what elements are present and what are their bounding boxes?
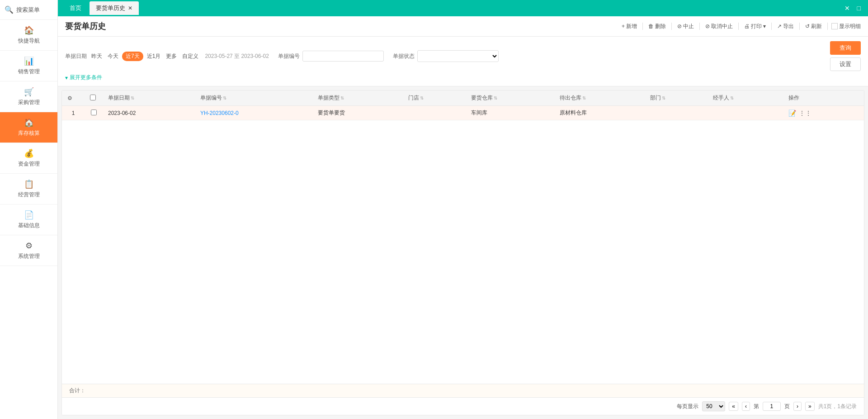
sidebar-item-system[interactable]: ⚙ 系统管理 (0, 235, 57, 266)
sidebar-item-label: 系统管理 (18, 252, 40, 260)
first-page-btn[interactable]: « (729, 402, 738, 411)
row-more-icon[interactable]: ⋮⋮ (799, 110, 811, 117)
tab-close-icon[interactable]: ✕ (128, 5, 132, 11)
next-page-btn[interactable]: › (793, 402, 802, 411)
expand-more-btn[interactable]: ▾ 展开更多条件 (65, 74, 861, 81)
sidebar-search[interactable]: 🔍 搜索菜单 (0, 0, 57, 20)
row-number-link[interactable]: YH-20230602-0 (200, 110, 239, 116)
type-sort-icon[interactable]: ⇅ (340, 95, 344, 100)
doc-status-select[interactable] (417, 50, 499, 62)
last-page-btn[interactable]: » (805, 402, 815, 411)
date-yesterday-btn[interactable]: 昨天 (90, 52, 104, 61)
page-content: 要货单历史 + 新增 🗑 删除 ⊘ 中止 ⊘ (58, 16, 868, 419)
row-date-cell: 2023-06-02 (103, 106, 195, 120)
cancel-stop-button[interactable]: ⊘ 取消中止 (703, 22, 735, 31)
row-department-cell (645, 106, 708, 120)
sidebar-item-operations[interactable]: 📋 经营管理 (0, 174, 57, 205)
sidebar-item-label: 库存核算 (18, 129, 40, 137)
print-icon: 🖨 (744, 23, 750, 29)
ops-col-header: 操作 (783, 90, 864, 106)
delete-button[interactable]: 🗑 删除 (646, 22, 668, 31)
sidebar-item-label: 经营管理 (18, 191, 40, 199)
basic-icon: 📄 (24, 210, 34, 220)
tab-home[interactable]: 首页 (63, 1, 88, 15)
date-shortcuts: 昨天 今天 近7天 近1月 更多 自定义 (90, 52, 200, 61)
req-warehouse-col-header: 要货仓库⇅ (466, 90, 554, 106)
new-icon: + (622, 23, 625, 29)
row-checkbox[interactable] (91, 110, 97, 115)
store-col-header: 门店⇅ (403, 90, 466, 106)
settings-col-header[interactable]: ⚙ (62, 90, 85, 106)
display-detail-button[interactable]: 显示明细 (831, 23, 861, 30)
row-type-cell: 要货单要货 (312, 106, 403, 120)
date-custom-btn[interactable]: 自定义 (180, 52, 200, 61)
new-button[interactable]: + 新增 (620, 22, 639, 31)
export-button[interactable]: ↗ 导出 (775, 22, 796, 31)
pending-warehouse-sort-icon[interactable]: ⇅ (582, 95, 586, 100)
row-checkbox-cell (85, 106, 103, 120)
doc-number-label: 单据编号 (278, 52, 300, 60)
req-warehouse-sort-icon[interactable]: ⇅ (494, 95, 497, 100)
divider6 (799, 23, 800, 30)
doc-number-input[interactable] (302, 51, 384, 62)
page-number-input[interactable] (763, 402, 781, 411)
date-today-btn[interactable]: 今天 (106, 52, 120, 61)
sidebar-item-inventory[interactable]: 🏠 库存核算 (0, 112, 57, 143)
handler-sort-icon[interactable]: ⇅ (730, 95, 734, 100)
print-button[interactable]: 🖨 打印 ▾ (742, 22, 768, 31)
cancel-stop-icon: ⊘ (705, 23, 710, 29)
filter-actions: 查询 设置 (830, 41, 861, 71)
type-col-header: 单据类型⇅ (312, 90, 403, 106)
header-actions: + 新增 🗑 删除 ⊘ 中止 ⊘ 取消中止 (620, 22, 861, 31)
page-label: 第 (754, 403, 759, 410)
date-last1month-btn[interactable]: 近1月 (145, 52, 163, 61)
pending-warehouse-col-header: 待出仓库⇅ (554, 90, 645, 106)
filter-bar: 单据日期 昨天 今天 近7天 近1月 更多 自定义 2023-05-27 至 2… (58, 37, 868, 86)
sidebar-item-finance[interactable]: 💰 资金管理 (0, 143, 57, 174)
tab-requisition-history[interactable]: 要货单历史 ✕ (90, 1, 139, 15)
sidebar-item-basic[interactable]: 📄 基础信息 (0, 205, 57, 235)
data-table: ⚙ 单据日期⇅ 单据编号⇅ 单据类型⇅ (62, 90, 864, 120)
handler-col-header: 经手人⇅ (708, 90, 783, 106)
print-label: 打印 (751, 23, 762, 30)
window-maximize-icon[interactable]: □ (855, 4, 863, 13)
tab-home-label: 首页 (70, 4, 81, 12)
row-ops-cell: 📝 ⋮⋮ (783, 106, 864, 120)
row-pending-warehouse-cell: 原材料仓库 (554, 106, 645, 120)
delete-icon: 🗑 (648, 23, 654, 29)
page-size-select[interactable]: 50 20 100 (702, 401, 725, 411)
display-detail-checkbox[interactable] (831, 23, 838, 29)
new-label: 新增 (626, 23, 637, 30)
prev-page-btn[interactable]: ‹ (742, 402, 750, 411)
sidebar-item-quick-nav[interactable]: 🏠 快捷导航 (0, 20, 57, 51)
checkbox-col-header (85, 90, 103, 106)
sidebar-item-label: 资金管理 (18, 160, 40, 168)
refresh-label: 刷新 (811, 23, 822, 30)
store-sort-icon[interactable]: ⇅ (420, 95, 424, 100)
date-sort-icon[interactable]: ⇅ (131, 95, 134, 100)
date-last7days-btn[interactable]: 近7天 (122, 52, 143, 61)
doc-status-filter: 单据状态 (393, 50, 499, 62)
sidebar-item-purchase[interactable]: 🛒 采购管理 (0, 81, 57, 112)
topbar-right: ✕ □ (843, 4, 863, 13)
refresh-button[interactable]: ↺ 刷新 (803, 22, 824, 31)
stop-label: 中止 (683, 23, 694, 30)
sales-icon: 📊 (24, 56, 34, 66)
setting-button[interactable]: 设置 (830, 57, 861, 71)
search-icon: 🔍 (5, 5, 14, 14)
total-info: 共1页，1条记录 (818, 403, 857, 410)
date-more-btn[interactable]: 更多 (164, 52, 179, 61)
operations-icon: 📋 (24, 179, 34, 189)
divider2 (671, 23, 672, 30)
row-edit-icon[interactable]: 📝 (788, 110, 796, 117)
row-num-cell: 1 (62, 106, 85, 120)
select-all-checkbox[interactable] (90, 95, 96, 100)
number-sort-icon[interactable]: ⇅ (223, 95, 226, 100)
department-sort-icon[interactable]: ⇅ (662, 95, 665, 100)
window-close-icon[interactable]: ✕ (843, 4, 852, 13)
query-button[interactable]: 查询 (830, 41, 861, 55)
page-header: 要货单历史 + 新增 🗑 删除 ⊘ 中止 ⊘ (58, 16, 868, 37)
sidebar-item-sales[interactable]: 📊 销售管理 (0, 51, 57, 81)
stop-button[interactable]: ⊘ 中止 (675, 22, 696, 31)
table-header-row: ⚙ 单据日期⇅ 单据编号⇅ 单据类型⇅ (62, 90, 864, 106)
